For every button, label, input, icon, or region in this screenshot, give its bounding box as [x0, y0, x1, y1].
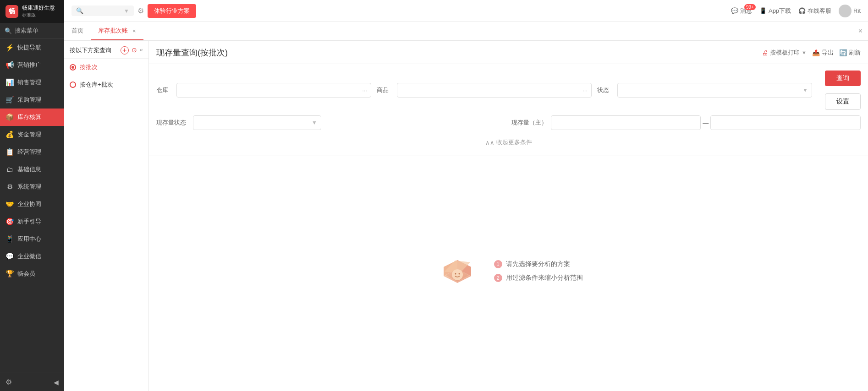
- user-name: Rit: [853, 7, 861, 14]
- user-avatar: [839, 5, 852, 17]
- warehouse-extra-btn[interactable]: ···: [362, 87, 367, 94]
- action-buttons: 查询 设置: [825, 71, 861, 110]
- nav-icon-wechat: 💬: [5, 252, 14, 261]
- empty-tips: 1 请先选择要分析的方案 2 用过滤条件来缩小分析范围: [494, 260, 583, 288]
- sidebar-search[interactable]: 🔍 搜索菜单: [0, 23, 64, 39]
- empty-tip-1: 1 请先选择要分析的方案: [494, 260, 583, 268]
- app-name: 畅康通好生意: [22, 5, 55, 12]
- online-support-button[interactable]: 🎧 在线客服: [798, 7, 831, 15]
- empty-tip-2: 2 用过滤条件来缩小分析范围: [494, 274, 583, 282]
- warehouse-input[interactable]: ···: [176, 83, 371, 98]
- nav-icon-operation: 📋: [5, 148, 14, 156]
- tab-inventory-batch[interactable]: 库存批次账×: [91, 22, 143, 40]
- sidebar-item-finance[interactable]: 💰资金管理: [0, 126, 64, 143]
- warehouse-label: 仓库: [156, 86, 173, 94]
- sidebar-item-collab[interactable]: 🤝企业协同: [0, 196, 64, 213]
- query-header-actions: 🖨 按模板打印 ▼ 📤 导出 🔄 刷新: [762, 49, 861, 57]
- status-dropdown-icon: ▼: [802, 87, 808, 93]
- sidebar-item-wechat[interactable]: 💬企业微信: [0, 248, 64, 265]
- tab-close-inventory-batch[interactable]: ×: [132, 27, 136, 34]
- topbar-search-input[interactable]: [85, 7, 122, 14]
- status-select[interactable]: ▼: [617, 83, 812, 98]
- export-button[interactable]: 📤 导出: [812, 49, 834, 57]
- tab-label-inventory-batch: 库存批次账: [98, 27, 128, 35]
- inventory-qty-label: 现存量（主）: [511, 119, 547, 127]
- filter-item-by-warehouse-batch[interactable]: 按仓库+批次: [64, 76, 148, 93]
- filter-item-by-batch[interactable]: 按批次: [64, 59, 148, 76]
- sidebar-item-inventory[interactable]: 📦库存核算: [0, 109, 64, 126]
- refresh-button[interactable]: 🔄 刷新: [839, 49, 861, 57]
- nav-label-system: 系统管理: [17, 183, 41, 191]
- filter-panel: 按以下方案查询 + ⊙ « 按批次 按仓库+批次: [64, 41, 149, 391]
- nav-label-inventory: 库存核算: [17, 113, 41, 121]
- filter-settings-icon[interactable]: ⊙: [132, 46, 137, 54]
- filter-radio-by-warehouse-batch: [70, 81, 76, 88]
- industry-trial-button[interactable]: 体验行业方案: [148, 4, 196, 18]
- sidebar-search-label: 搜索菜单: [15, 27, 38, 35]
- filter-collapse-icon[interactable]: «: [140, 46, 143, 54]
- nav-label-collab: 企业协同: [17, 200, 41, 208]
- nav-label-basic: 基础信息: [17, 165, 41, 174]
- topbar-settings-icon[interactable]: ⚙: [137, 6, 144, 15]
- inventory-qty-from-input[interactable]: [551, 115, 701, 130]
- sidebar-item-quick-nav[interactable]: ⚡快捷导航: [0, 39, 64, 56]
- nav-label-guide: 新手引导: [17, 217, 41, 226]
- nav-label-wechat: 企业微信: [17, 252, 41, 261]
- messages-button[interactable]: 💬 消息 99+: [731, 7, 752, 15]
- user-profile-button[interactable]: Rit: [839, 5, 861, 17]
- app-logo: 畅: [5, 5, 18, 18]
- settings-icon[interactable]: ⚙: [5, 378, 12, 386]
- add-filter-icon[interactable]: +: [121, 46, 129, 54]
- sidebar-item-system[interactable]: ⚙系统管理: [0, 178, 64, 196]
- nav-icon-quick-nav: ⚡: [5, 43, 14, 52]
- message-icon: 💬: [731, 7, 738, 14]
- sidebar-header: 畅 畅康通好生意 标准版: [0, 0, 64, 23]
- query-button[interactable]: 查询: [825, 71, 861, 86]
- nav-icon-marketing: 📢: [5, 61, 14, 69]
- status-label: 状态: [597, 86, 614, 94]
- headset-icon: 🎧: [798, 7, 806, 14]
- sidebar-item-purchase[interactable]: 🛒采购管理: [0, 91, 64, 109]
- sidebar-item-appstore[interactable]: 📱应用中心: [0, 230, 64, 248]
- nav-label-sales: 销售管理: [17, 78, 41, 87]
- inventory-status-select[interactable]: ▼: [193, 115, 321, 130]
- warehouse-text-input[interactable]: [181, 87, 360, 94]
- sidebar-footer: ⚙ ◀: [0, 373, 64, 391]
- content-area: 按以下方案查询 + ⊙ « 按批次 按仓库+批次 现存量查询(按批次): [64, 41, 868, 391]
- dropdown-icon: ▼: [124, 8, 129, 14]
- product-label: 商品: [377, 86, 393, 94]
- nav-label-operation: 经营管理: [17, 148, 41, 156]
- empty-state: 1 请先选择要分析的方案 2 用过滤条件来缩小分析范围: [149, 156, 868, 391]
- search-icon: 🔍: [5, 27, 12, 34]
- refresh-icon: 🔄: [839, 49, 847, 56]
- nav-label-appstore: 应用中心: [17, 235, 41, 243]
- sidebar-item-sales[interactable]: 📊销售管理: [0, 74, 64, 91]
- tab-home[interactable]: 首页: [64, 22, 91, 40]
- collapse-conditions-button[interactable]: ∧∧ 收起更多条件: [156, 136, 861, 149]
- settings-button[interactable]: 设置: [825, 93, 861, 110]
- export-label: 导出: [822, 49, 834, 57]
- topbar-actions: 💬 消息 99+ 📱 App下载 🎧 在线客服 Rit: [731, 5, 861, 17]
- app-download-icon: 📱: [759, 7, 767, 14]
- nav-icon-appstore: 📱: [5, 235, 14, 243]
- product-input[interactable]: ···: [397, 83, 592, 98]
- print-button[interactable]: 🖨 按模板打印 ▼: [762, 49, 807, 57]
- topbar-search-icon: 🔍: [76, 7, 83, 14]
- sidebar-item-basic[interactable]: 🗂基础信息: [0, 161, 64, 178]
- tabs-close-all-button[interactable]: ×: [853, 23, 868, 39]
- topbar-search[interactable]: 🔍 ▼: [71, 5, 134, 16]
- sidebar-item-guide[interactable]: 🎯新手引导: [0, 213, 64, 230]
- export-icon: 📤: [812, 49, 820, 56]
- warehouse-condition: 仓库 ···: [156, 83, 371, 98]
- filter-label-by-batch: 按批次: [80, 63, 98, 71]
- product-text-input[interactable]: [401, 87, 581, 94]
- collapse-icon[interactable]: ◀: [54, 379, 59, 386]
- nav-icon-finance: 💰: [5, 130, 14, 139]
- sidebar-item-marketing[interactable]: 📢营销推广: [0, 56, 64, 74]
- product-extra-btn[interactable]: ···: [582, 87, 588, 94]
- app-download-button[interactable]: 📱 App下载: [759, 7, 791, 15]
- inventory-qty-to-input[interactable]: [710, 115, 861, 130]
- sidebar-item-member[interactable]: 🏆畅会员: [0, 265, 64, 282]
- sidebar-item-operation[interactable]: 📋经营管理: [0, 143, 64, 161]
- collapse-up-icon: ∧∧: [485, 139, 494, 146]
